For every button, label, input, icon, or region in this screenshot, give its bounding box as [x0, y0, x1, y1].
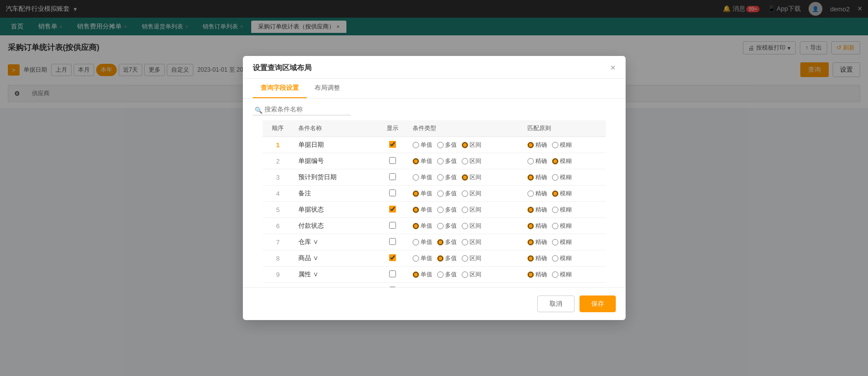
tab-query-fields[interactable]: 查询字段设置 — [253, 79, 307, 98]
dialog-search-bar: 🔍 — [243, 99, 626, 108]
search-wrapper: 🔍 — [253, 104, 351, 108]
dialog-header: 设置查询区域布局 × — [243, 56, 626, 79]
dialog-tabs: 查询字段设置 布局调整 — [243, 79, 626, 99]
settings-dialog: 设置查询区域布局 × 查询字段设置 布局调整 🔍 顺序 条件名称 显示 — [243, 56, 626, 108]
modal-overlay: 设置查询区域布局 × 查询字段设置 布局调整 🔍 顺序 条件名称 显示 — [0, 0, 868, 108]
dialog-title: 设置查询区域布局 — [253, 63, 312, 73]
dialog-close-button[interactable]: × — [610, 63, 616, 73]
search-icon: 🔍 — [255, 107, 263, 108]
tab-layout-adjust[interactable]: 布局调整 — [307, 79, 348, 98]
search-input[interactable] — [253, 104, 351, 108]
